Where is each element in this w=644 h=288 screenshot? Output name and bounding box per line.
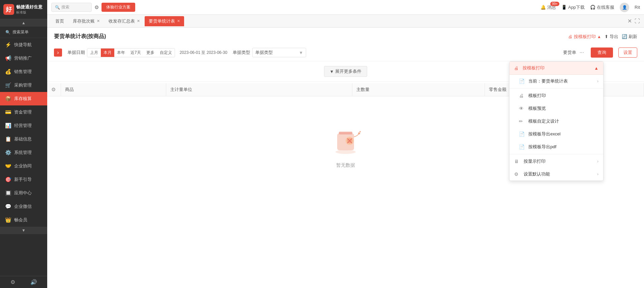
sidebar-item-member[interactable]: 👑 畅会员 [0, 213, 47, 227]
topbar-search[interactable]: 🔍 搜索 [51, 3, 92, 12]
app-download-icon: 📱 [561, 5, 567, 10]
tab-receipt-summary-label: 收发存汇总表 [109, 18, 135, 24]
user-avatar[interactable]: 👤 [620, 3, 629, 12]
date-filter-group: 上月 本月 本年 近7天 更多 自定义 [87, 48, 175, 57]
app-download-btn[interactable]: 📱 App下载 [561, 4, 585, 10]
sidebar-item-label: 基础信息 [14, 136, 32, 142]
date-btn-this-month[interactable]: 本月 [101, 49, 114, 57]
sidebar: 好 畅捷通好生意 标准版 ▲ 🔍 搜索菜单 ⚡ 快捷导航 📢 营销推广 💰 销售… [0, 0, 47, 288]
more-options-icon[interactable]: ··· [578, 50, 585, 56]
sidebar-search-label: 搜索菜单 [12, 29, 29, 35]
printer-icon: 🖨 [568, 34, 573, 39]
sidebar-bottom: ⚙ 🔊 [0, 276, 47, 288]
sidebar-item-sales[interactable]: 💰 销售管理 [0, 65, 47, 78]
query-btn[interactable]: 查询 [591, 47, 613, 58]
tab-home[interactable]: 首页 [51, 16, 68, 26]
refresh-btn[interactable]: 🔄 刷新 [622, 34, 637, 40]
filter-collapse-btn[interactable]: › [54, 49, 62, 57]
sidebar-item-newbie[interactable]: 🎯 新手引导 [0, 173, 47, 186]
svg-point-7 [358, 132, 360, 134]
sidebar-item-apps[interactable]: 🔲 应用中心 [0, 186, 47, 200]
template-print-chevron-up[interactable]: ▲ [597, 34, 601, 39]
sidebar-sound-icon[interactable]: 🔊 [30, 279, 37, 285]
table-settings-icon[interactable]: ⚙ [51, 87, 56, 92]
sidebar-item-wechat[interactable]: 💬 企业微信 [0, 200, 47, 213]
sidebar-item-quick-nav[interactable]: ⚡ 快捷导航 [0, 38, 47, 52]
dropdown-item-label: 模板打印 [528, 93, 546, 99]
dropdown-header-label: 按模板打印 [523, 65, 545, 71]
filter-row-1: › 单据日期 上月 本月 本年 近7天 更多 自定义 2023-06-01 至 … [47, 44, 644, 61]
tab-close-icon[interactable]: ✕ [137, 19, 140, 23]
order-type-select[interactable]: 单据类型 ▼ [252, 48, 306, 57]
sidebar-item-inventory[interactable]: 📦 库存核算 [0, 92, 47, 105]
sidebar-item-purchase[interactable]: 🛒 采购管理 [0, 78, 47, 92]
marketing-icon: 📢 [5, 55, 11, 62]
date-range-display: 2023-06-01 至 2023-06-30 [180, 50, 227, 56]
wechat-icon: 💬 [5, 203, 11, 210]
dropdown-item-template-preview[interactable]: 👁 模板预览 [509, 102, 603, 115]
expand-conditions-btn[interactable]: ▼ 展开更多条件 [324, 66, 368, 77]
sidebar-item-label: 新手引导 [14, 177, 32, 183]
page-header: 要货单统计表(按商品) 🖨 按模板打印 ▲ ⬆ 导出 🔄 刷新 [47, 28, 644, 44]
dropdown-item-label: 模板自定义设计 [528, 118, 559, 124]
sidebar-item-label: 资金管理 [14, 109, 32, 115]
export-icon: ⬆ [605, 34, 608, 39]
dropdown-divider-1 [509, 88, 603, 89]
sidebar-item-system[interactable]: ⚙️ 系统管理 [0, 146, 47, 159]
tab-close-all-icon[interactable]: ✕ [627, 18, 632, 24]
trial-btn[interactable]: 体验行业方案 [101, 3, 135, 12]
template-print-btn[interactable]: 🖨 按模板打印 ▲ [568, 34, 601, 40]
sidebar-settings-icon[interactable]: ⚙ [10, 279, 15, 285]
headset-icon: 🎧 [590, 5, 595, 10]
tab-close-icon[interactable]: ✕ [177, 19, 180, 23]
app-download-label: App下载 [568, 4, 585, 10]
dropdown-item-export-excel[interactable]: 📄 按模板导出excel [509, 128, 603, 140]
dropdown-header: 🖨 按模板打印 ▲ [509, 62, 603, 75]
date-btn-more[interactable]: 更多 [144, 49, 157, 57]
tab-order-stats[interactable]: 要货单统计表 ✕ [145, 16, 184, 26]
date-btn-last-month[interactable]: 上月 [87, 49, 101, 57]
notification-btn[interactable]: 🔔 消息 99+ [540, 4, 556, 10]
topbar-settings-icon[interactable]: ⚙ [94, 4, 99, 10]
sidebar-item-finance[interactable]: 💳 资金管理 [0, 105, 47, 119]
sidebar-search[interactable]: 🔍 搜索菜单 [0, 27, 47, 38]
online-service-btn[interactable]: 🎧 在线客服 [590, 4, 614, 10]
collab-icon: 🤝 [5, 163, 11, 169]
dropdown-default-function[interactable]: ⚙ 设置默认功能 › [509, 168, 603, 181]
table-header-product: 商品 [61, 83, 166, 96]
dropdown-chevron-up[interactable]: ▲ [594, 66, 598, 71]
current-template-icon: 📄 [519, 78, 525, 84]
sidebar-item-operations[interactable]: 📊 经营管理 [0, 119, 47, 132]
dropdown-item-template-design[interactable]: ✏ 模板自定义设计 [509, 115, 603, 128]
dropdown-current-template[interactable]: 📄 当前：要货单统计表 › [509, 75, 603, 88]
current-template-chevron: › [597, 79, 598, 84]
template-preview-icon: 👁 [519, 106, 525, 111]
date-btn-7days[interactable]: 近7天 [128, 49, 144, 57]
select-chevron-icon: ▼ [299, 50, 303, 55]
table-settings-header[interactable]: ⚙ [47, 83, 61, 96]
tab-close-icon[interactable]: ✕ [97, 19, 100, 23]
sidebar-item-basic[interactable]: 📋 基础信息 [0, 132, 47, 146]
dropdown-display-print[interactable]: 🖥 按显示打印 › [509, 155, 603, 168]
default-function-icon: ⚙ [514, 171, 520, 177]
sidebar-item-collab[interactable]: 🤝 企业协同 [0, 159, 47, 173]
sidebar-item-marketing[interactable]: 📢 营销推广 [0, 52, 47, 65]
tab-inventory-batch[interactable]: 库存批次账 ✕ [69, 16, 104, 26]
sidebar-scroll-up[interactable]: ▲ [0, 19, 47, 27]
export-label: 导出 [610, 34, 618, 40]
sidebar-item-label: 企业协同 [14, 163, 32, 169]
filter-date-section: 单据日期 上月 本月 本年 近7天 更多 自定义 2023-06-01 至 20… [67, 48, 227, 57]
date-btn-this-year[interactable]: 本年 [114, 49, 128, 57]
tab-controls: ✕ ⛶ [627, 18, 640, 24]
dropdown-item-export-pdf[interactable]: 📄 按模板导出pdf [509, 140, 603, 153]
export-btn[interactable]: ⬆ 导出 [605, 34, 618, 40]
tab-expand-icon[interactable]: ⛶ [635, 18, 640, 24]
svg-point-8 [359, 131, 361, 132]
settings-btn[interactable]: 设置 [618, 47, 637, 58]
date-btn-custom[interactable]: 自定义 [157, 49, 175, 57]
default-function-label: 设置默认功能 [524, 171, 550, 177]
dropdown-item-template-print[interactable]: 🖨 模板打印 [509, 89, 603, 102]
tab-receipt-summary[interactable]: 收发存汇总表 ✕ [105, 16, 144, 26]
member-icon: 👑 [5, 217, 11, 223]
sidebar-scroll-down[interactable]: ▼ [0, 227, 47, 234]
